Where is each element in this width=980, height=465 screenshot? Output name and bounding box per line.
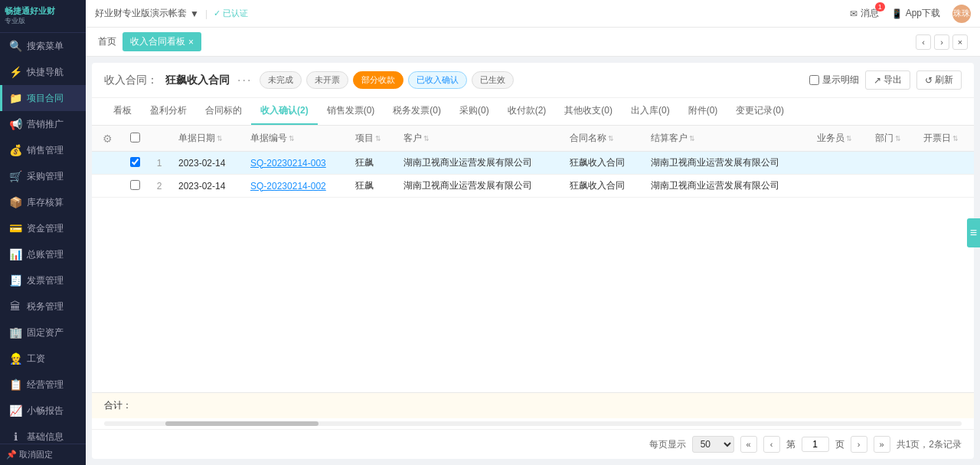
sales-icon: 💰 [8,143,22,157]
row-code-link[interactable]: SQ-20230214-003 [250,158,326,169]
sidebar-item-report[interactable]: 📈 小畅报告 [0,398,86,424]
nav-back-button[interactable]: ‹ [916,34,931,50]
contract-header: 收入合同： 狂飙收入合同 ··· 未完成 未开票 部分收款 已收入确认 已生效 … [92,63,974,98]
tab-attachment[interactable]: 附件(0) [679,98,727,125]
sort-sales-icon: ⇅ [846,135,852,142]
sidebar-item-marketing[interactable]: 📢 营销推广 [0,111,86,137]
topbar-right: ✉ 1 消息 📱 App下载 珠珠 [850,5,971,23]
sidebar-item-management[interactable]: 📋 经营管理 [0,372,86,398]
th-open-date[interactable]: 开票日⇅ [916,126,974,152]
sort-contract-icon: ⇅ [608,135,614,142]
sidebar-item-label: 销售管理 [27,144,64,157]
sidebar-item-invoice[interactable]: 🧾 发票管理 [0,267,86,293]
row-code-link[interactable]: SQ-20230214-002 [250,181,326,192]
content-panel: 收入合同： 狂飙收入合同 ··· 未完成 未开票 部分收款 已收入确认 已生效 … [92,63,974,459]
sidebar-item-project[interactable]: 📁 项目合同 [0,85,86,111]
tab-tax-invoice[interactable]: 税务发票(0) [384,98,450,125]
next-page-button[interactable]: › [851,436,867,453]
current-page-input[interactable] [802,437,829,452]
settings-icon[interactable]: ⚙ [103,133,113,145]
sidebar-item-label: 采购管理 [27,170,64,183]
row-checkbox[interactable] [122,152,148,175]
sort-code-icon: ⇅ [289,135,295,142]
marketing-icon: 📢 [8,117,22,131]
per-page-select[interactable]: 50 100 200 [692,436,734,453]
sidebar-item-label: 固定资产 [27,326,64,339]
sidebar-item-salary[interactable]: 👷 工资 [0,345,86,372]
row-select-checkbox[interactable] [130,157,140,167]
tab-profit[interactable]: 盈利分析 [141,98,196,125]
status-shoukuan[interactable]: 部分收款 [353,71,403,89]
sidebar-item-assets[interactable]: 🏢 固定资产 [0,319,86,345]
active-tab-label: 收入合同看板 [130,35,185,48]
tab-other[interactable]: 其他收支(0) [555,98,622,125]
sidebar-item-sales[interactable]: 💰 销售管理 [0,137,86,163]
total-row: 合计： [92,392,974,418]
company-selector[interactable]: 好业财专业版演示帐套 ▼ [95,7,199,20]
app-download-button[interactable]: 📱 App下载 [891,7,940,20]
scrollbar-thumb[interactable] [165,421,318,426]
sidebar-item-search[interactable]: 🔍 搜索菜单 [0,33,86,59]
tab-changes[interactable]: 变更记录(0) [727,98,793,125]
main-area: 好业财专业版演示帐套 ▼ | ✓ 已认证 ✉ 1 消息 📱 App下载 珠珠 [86,0,980,465]
refresh-button[interactable]: ↺ 刷新 [916,70,962,90]
select-all-checkbox[interactable] [130,133,140,142]
sidebar-item-basic[interactable]: ℹ 基础信息 [0,424,86,444]
th-settle-customer[interactable]: 结算客户⇅ [643,126,809,152]
tab-sales-invoice[interactable]: 销售发票(0) [318,98,384,125]
th-checkbox[interactable] [122,126,148,152]
sidebar-unpin[interactable]: 📌 取消固定 [0,444,86,465]
status-kaipiao[interactable]: 未开票 [306,71,348,89]
tab-inout[interactable]: 出入库(0) [622,98,679,125]
row-department [867,152,915,175]
row-select-checkbox[interactable] [130,180,140,190]
show-detail-toggle[interactable]: 显示明细 [809,74,859,87]
sidebar-item-tax[interactable]: 🏛 税务管理 [0,293,86,319]
breadcrumb-home[interactable]: 首页 [98,35,116,48]
th-settings[interactable]: ⚙ [92,126,122,152]
tab-payment[interactable]: 收付款(2) [498,98,556,125]
sort-dept-icon: ⇅ [895,135,901,142]
sidebar-item-ledger[interactable]: 📊 总账管理 [0,241,86,267]
th-date[interactable]: 单据日期⇅ [171,126,243,152]
horizontal-scrollbar[interactable] [104,421,962,426]
th-contract[interactable]: 合同名称⇅ [562,126,643,152]
status-wancheng[interactable]: 未完成 [260,71,302,89]
more-button[interactable]: ··· [237,74,252,87]
th-customer[interactable]: 客户⇅ [396,126,562,152]
close-tab-button[interactable]: × [188,37,194,47]
tab-kanban[interactable]: 看板 [104,98,141,125]
right-sidebar-icon[interactable]: ≡ [967,218,980,247]
sidebar-item-funds[interactable]: 💳 资金管理 [0,215,86,241]
nav-forward-button[interactable]: › [934,34,949,50]
active-tab[interactable]: 收入合同看板 × [122,32,201,51]
row-checkbox[interactable] [122,175,148,198]
tab-revenue[interactable]: 收入确认(2) [251,98,318,125]
prev-page-button[interactable]: ‹ [763,436,780,453]
right-sidebar-toggle[interactable]: ≡ [967,218,980,247]
user-profile[interactable]: 珠珠 [952,5,971,23]
sidebar-item-purchase[interactable]: 🛒 采购管理 [0,163,86,189]
tab-subject[interactable]: 合同标的 [196,98,251,125]
status-querenen[interactable]: 已收入确认 [408,71,467,89]
last-page-button[interactable]: » [874,436,890,453]
close-panel-button[interactable]: × [952,34,968,50]
tab-purchase[interactable]: 采购(0) [450,98,498,125]
row-salesperson [809,152,867,175]
sidebar-item-label: 小畅报告 [27,404,64,418]
th-code[interactable]: 单据编号⇅ [243,126,348,152]
sidebar-item-quicknav[interactable]: ⚡ 快捷导航 [0,59,86,85]
sidebar: 畅捷通好业财 专业版 🔍 搜索菜单 ⚡ 快捷导航 📁 项目合同 📢 营销推广 💰… [0,0,86,465]
status-shengxiao[interactable]: 已生效 [472,71,514,89]
message-button[interactable]: ✉ 1 消息 [850,7,879,20]
th-salesperson[interactable]: 业务员⇅ [809,126,867,152]
th-department[interactable]: 部门⇅ [867,126,915,152]
export-button[interactable]: ↗ 导出 [865,70,910,90]
first-page-button[interactable]: « [740,436,757,453]
message-badge: 1 [875,2,885,11]
th-project[interactable]: 项目⇅ [348,126,395,152]
row-code[interactable]: SQ-20230214-003 [243,152,348,175]
row-code[interactable]: SQ-20230214-002 [243,175,348,198]
sidebar-item-inventory[interactable]: 📦 库存核算 [0,189,86,215]
show-detail-checkbox[interactable] [809,75,819,85]
